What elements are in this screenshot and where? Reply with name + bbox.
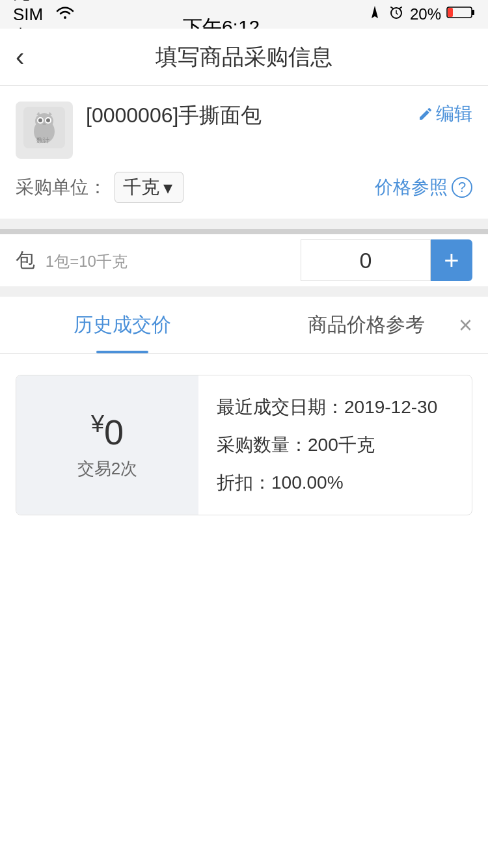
wifi-icon (55, 5, 75, 25)
battery-text: 20% (410, 5, 441, 23)
help-circle-icon: ? (452, 177, 472, 198)
tab-product-price-reference[interactable]: 商品价格参考 (244, 297, 488, 353)
price-reference-button[interactable]: 价格参照 ? (375, 175, 472, 200)
history-card-price-area: ¥0 交易2次 (16, 375, 198, 515)
alarm-icon (388, 4, 405, 25)
quantity-controls: 0 + (301, 239, 472, 281)
svg-rect-2 (472, 10, 474, 15)
unit-select[interactable]: 千克 ▾ (115, 172, 183, 203)
unit-conversion-hint: 1包=10千克 (46, 252, 128, 270)
dropdown-arrow-icon: ▾ (163, 177, 172, 198)
page-title: 填写商品采购信息 (156, 42, 332, 72)
product-unit-row: 采购单位： 千克 ▾ 价格参照 ? (16, 172, 472, 203)
edit-button[interactable]: 编辑 (418, 102, 472, 126)
bottom-panel: 历史成交价 商品价格参考 × ¥0 交易2次 最近成交日期：2019-12-30 (0, 297, 488, 536)
svg-point-10 (46, 118, 50, 122)
discount-row: 折扣：100.00% (217, 469, 454, 496)
product-name: [0000006]手撕面包 (86, 102, 472, 130)
recent-date-row: 最近成交日期：2019-12-30 (217, 394, 454, 421)
status-right: 20% (367, 4, 475, 25)
product-logo-icon: 数计 (23, 107, 65, 154)
quantity-increment-button[interactable]: + (431, 239, 472, 281)
history-card-details: 最近成交日期：2019-12-30 采购数量：200千克 折扣：100.00% (198, 375, 472, 515)
history-content: ¥0 交易2次 最近成交日期：2019-12-30 采购数量：200千克 折扣：… (0, 354, 488, 536)
product-header: 数计 [0000006]手撕面包 (16, 102, 472, 159)
svg-text:数计: 数计 (36, 137, 49, 144)
history-price-display: ¥0 (91, 411, 124, 452)
unit-pkg-label: 包 (16, 249, 35, 271)
tabs-row: 历史成交价 商品价格参考 × (0, 297, 488, 354)
svg-point-9 (38, 118, 42, 122)
purchase-qty-row: 采购数量：200千克 (217, 431, 454, 459)
close-panel-button[interactable]: × (459, 312, 472, 339)
battery-icon (446, 5, 475, 23)
tab-active-indicator (96, 351, 148, 353)
empty-content-area (0, 536, 488, 868)
tab-history-price[interactable]: 历史成交价 (0, 297, 244, 353)
price-value: 0 (104, 413, 124, 452)
product-section: 数计 [0000006]手撕面包 编辑 采购单位： 千克 ▾ 价格参照 ? (0, 86, 488, 219)
scroll-indicator (0, 229, 488, 234)
unit-label: 采购单位： (16, 175, 107, 200)
quantity-row: 包 1包=10千克 0 + (0, 234, 488, 286)
nav-bar: ‹ 填写商品采购信息 (0, 29, 488, 86)
back-button[interactable]: ‹ (16, 42, 24, 72)
svg-rect-3 (448, 8, 453, 17)
trade-count-label: 交易2次 (77, 457, 137, 480)
gps-icon (367, 5, 383, 24)
product-thumbnail: 数计 (16, 102, 73, 159)
status-bar: 无 SIM 卡 下午6:12 20% (0, 0, 488, 29)
history-card: ¥0 交易2次 最近成交日期：2019-12-30 采购数量：200千克 折扣：… (16, 375, 472, 515)
product-info: [0000006]手撕面包 (86, 102, 472, 135)
quantity-label-area: 包 1包=10千克 (16, 247, 128, 274)
quantity-input[interactable]: 0 (301, 239, 431, 281)
unit-value: 千克 (123, 175, 159, 200)
currency-symbol: ¥ (91, 411, 104, 437)
